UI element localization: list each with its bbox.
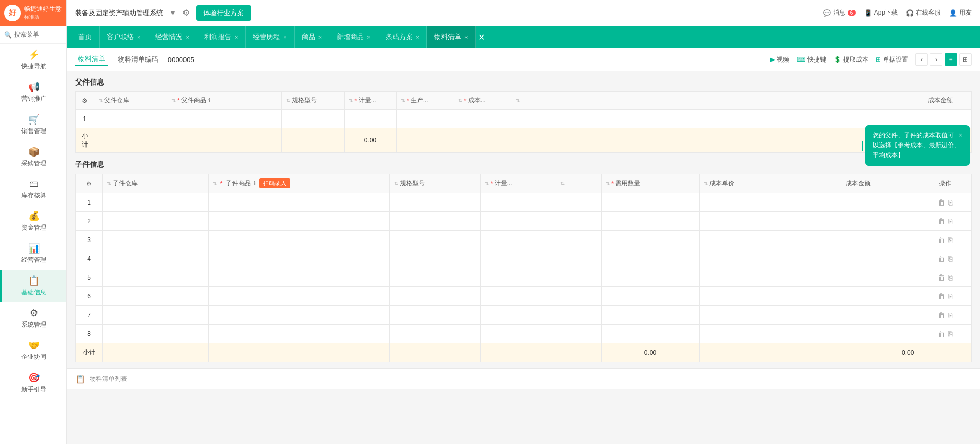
child-subtotal-required-qty: 0.00 xyxy=(601,343,699,362)
extract-cost-btn[interactable]: 💲 提取成本 xyxy=(834,55,868,64)
child-row1-spec[interactable] xyxy=(389,193,480,212)
experience-btn[interactable]: 体验行业方案 xyxy=(196,5,251,21)
tooltip-close-btn[interactable]: × xyxy=(959,130,962,140)
tab-add-product-close[interactable]: × xyxy=(367,34,370,40)
delete-icon[interactable]: 🗑 xyxy=(938,217,945,225)
sidebar-item-basic-info[interactable]: 📋 基础信息 xyxy=(0,270,66,302)
copy-icon[interactable]: ⎘ xyxy=(948,236,952,244)
search-menu[interactable]: 🔍 搜索菜单 xyxy=(0,26,66,44)
parent-th-cost[interactable]: ⇅* 成本... xyxy=(454,92,511,110)
delete-icon[interactable]: 🗑 xyxy=(938,198,945,207)
sidebar-item-label: 经营管理 xyxy=(21,256,46,265)
app-download-action[interactable]: 📱 App下载 xyxy=(864,8,898,17)
list-view-btn[interactable]: ≡ xyxy=(945,53,957,66)
shortcut-btn[interactable]: ⌨ 快捷键 xyxy=(797,55,826,64)
tab-profit-close[interactable]: × xyxy=(235,34,238,40)
child-row1-required-qty[interactable] xyxy=(601,193,699,212)
sort-icon: ⇅ xyxy=(606,181,610,186)
tab-home[interactable]: 首页 xyxy=(71,26,100,48)
parent-th-prod[interactable]: ⇅* 生产... xyxy=(397,92,454,110)
parent-th-qty[interactable]: ⇅* 计量... xyxy=(345,92,397,110)
parent-row-cost[interactable] xyxy=(454,110,511,128)
sub-nav-right: ▶ 视频 ⌨ 快捷键 💲 提取成本 ⊞ 单据设置 ‹ › xyxy=(770,53,972,66)
dropdown-arrow-icon[interactable]: ▼ xyxy=(169,9,176,17)
parent-th-product[interactable]: ⇅* 父件商品 ℹ xyxy=(167,92,282,110)
delete-icon[interactable]: 🗑 xyxy=(938,255,945,263)
tab-add-product[interactable]: 新增商品 × xyxy=(329,26,378,48)
tab-ops-status-close[interactable]: × xyxy=(186,34,189,40)
delete-icon[interactable]: 🗑 xyxy=(938,330,945,338)
sort-icon: ⇅ xyxy=(704,181,708,186)
sidebar-item-label: 快捷导航 xyxy=(21,62,46,71)
sidebar-item-marketing[interactable]: 📢 营销推广 xyxy=(0,76,66,109)
tab-barcode[interactable]: 条码方案 × xyxy=(378,26,427,48)
sidebar-item-finance[interactable]: 💰 资金管理 xyxy=(0,205,66,237)
tab-bom-close[interactable]: × xyxy=(464,34,468,40)
tab-products[interactable]: 商品 × xyxy=(295,26,329,48)
child-th-required-qty[interactable]: ⇅* 需用数量 xyxy=(601,174,699,193)
copy-icon[interactable]: ⎘ xyxy=(948,198,952,207)
scan-btn[interactable]: 扫码录入 xyxy=(259,178,290,188)
parent-row-prod[interactable] xyxy=(397,110,454,128)
tab-customer[interactable]: 客户联络 × xyxy=(100,26,148,48)
tab-bom[interactable]: 物料清单 × xyxy=(427,26,475,48)
sidebar-item-quick-nav[interactable]: ⚡ 快捷导航 xyxy=(0,44,66,76)
copy-icon[interactable]: ⎘ xyxy=(948,292,952,301)
copy-icon[interactable]: ⎘ xyxy=(948,273,952,282)
child-th-settings[interactable]: ⚙ xyxy=(76,174,103,193)
child-row1-warehouse[interactable] xyxy=(103,193,209,212)
parent-row-warehouse[interactable] xyxy=(94,110,167,128)
delete-icon[interactable]: 🗑 xyxy=(938,236,945,244)
sidebar-item-label: 营销推广 xyxy=(21,94,46,103)
parent-row-product[interactable] xyxy=(167,110,282,128)
tab-ops-history-close[interactable]: × xyxy=(283,34,286,40)
sidebar-item-guide[interactable]: 🎯 新手引导 xyxy=(0,367,66,399)
copy-icon[interactable]: ⎘ xyxy=(948,255,952,263)
sidebar-item-label: 基础信息 xyxy=(21,288,46,297)
parent-th-warehouse[interactable]: ⇅父件仓库 xyxy=(94,92,167,110)
next-page-btn[interactable]: › xyxy=(930,53,942,66)
message-action[interactable]: 💬 消息 6 xyxy=(823,8,856,17)
delete-icon[interactable]: 🗑 xyxy=(938,311,945,319)
copy-icon[interactable]: ⎘ xyxy=(948,217,952,225)
tab-customer-close[interactable]: × xyxy=(137,34,140,40)
sidebar-item-operations[interactable]: 📊 经营管理 xyxy=(0,237,66,270)
child-th-qty[interactable]: ⇅* 计量... xyxy=(480,174,556,193)
sidebar-item-enterprise[interactable]: 🤝 企业协同 xyxy=(0,334,66,367)
sub-nav-bom-code[interactable]: 物料清单编码 xyxy=(115,54,162,65)
grid-view-btn[interactable]: ⊞ xyxy=(959,53,972,66)
sidebar-item-purchase[interactable]: 📦 采购管理 xyxy=(0,141,66,173)
delete-icon[interactable]: 🗑 xyxy=(938,273,945,282)
sidebar-item-system[interactable]: ⚙ 系统管理 xyxy=(0,302,66,334)
sub-nav-bom-list[interactable]: 物料清单 xyxy=(75,53,108,66)
tab-ops-history[interactable]: 经营历程 × xyxy=(246,26,294,48)
single-settings-btn[interactable]: ⊞ 单据设置 xyxy=(876,55,908,64)
online-service-action[interactable]: 🎧 在线客服 xyxy=(906,8,941,17)
sidebar-item-sales[interactable]: 🛒 销售管理 xyxy=(0,109,66,141)
tab-barcode-close[interactable]: × xyxy=(416,34,419,40)
tab-products-close[interactable]: × xyxy=(318,34,322,40)
app-logo: 好 畅捷通好生意 标准版 xyxy=(0,0,66,26)
copy-icon[interactable]: ⎘ xyxy=(948,311,952,319)
child-row1-unit-cost[interactable] xyxy=(700,193,798,212)
close-all-tabs-icon[interactable]: ✕ xyxy=(478,32,485,42)
view-video-btn[interactable]: ▶ 视频 xyxy=(770,55,789,64)
child-row1-qty[interactable] xyxy=(480,193,556,212)
settings-gear-icon[interactable]: ⚙ xyxy=(182,8,190,18)
tab-profit-report[interactable]: 利润报告 × xyxy=(197,26,246,48)
parent-row-spec[interactable] xyxy=(282,110,345,128)
copy-icon[interactable]: ⎘ xyxy=(948,330,952,338)
parent-th-settings[interactable]: ⚙ xyxy=(76,92,94,110)
child-th-warehouse[interactable]: ⇅子件仓库 xyxy=(103,174,209,193)
parent-row-qty[interactable] xyxy=(345,110,397,128)
parent-th-spec[interactable]: ⇅规格型号 xyxy=(282,92,345,110)
child-th-spec[interactable]: ⇅规格型号 xyxy=(389,174,480,193)
user-action[interactable]: 👤 用友 xyxy=(949,8,972,17)
child-row1-product[interactable] xyxy=(209,193,390,212)
delete-icon[interactable]: 🗑 xyxy=(938,292,945,301)
sidebar-item-inventory[interactable]: 🗃 库存核算 xyxy=(0,173,66,205)
child-th-product[interactable]: ⇅ * 子件商品 ℹ 扫码录入 xyxy=(209,174,390,193)
tab-operations-status[interactable]: 经营情况 × xyxy=(148,26,197,48)
prev-page-btn[interactable]: ‹ xyxy=(915,53,928,66)
child-th-unit-cost[interactable]: ⇅成本单价 xyxy=(700,174,798,193)
